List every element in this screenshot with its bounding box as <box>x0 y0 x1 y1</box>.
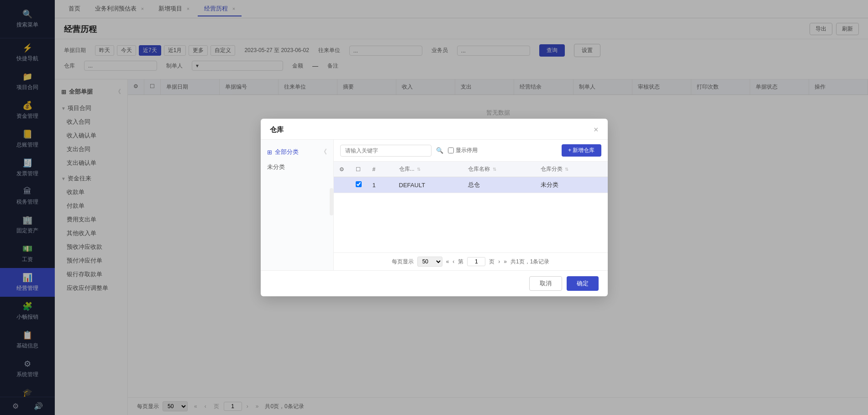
search-icon2[interactable]: 🔍 <box>436 147 443 154</box>
modal-page-first-btn[interactable]: « <box>446 258 449 265</box>
modal-toolbar: 🔍 显示停用 + 新增仓库 <box>334 140 608 162</box>
modal-page-size-select[interactable]: 50 100 <box>417 257 442 267</box>
left-scroll-area <box>261 174 333 266</box>
modal-table: ⚙ ☐ # 仓库... ⇅ 仓库名称 ⇅ <box>334 162 608 252</box>
row-code: DEFAULT <box>394 177 463 193</box>
grid-icon2: ⊞ <box>267 149 272 156</box>
modal-page-suffix: 页 <box>489 258 494 266</box>
sort-arrows-category: ⇅ <box>565 167 568 172</box>
category-header[interactable]: ⊞ 全部分类 《 <box>261 144 333 160</box>
modal-header: 仓库 × <box>261 119 608 140</box>
modal-body: ⊞ 全部分类 《 未分类 🔍 <box>261 140 608 270</box>
row-settings[interactable] <box>334 177 350 193</box>
table-row[interactable]: 1 DEFAULT 总仓 未分类 <box>334 177 608 193</box>
confirm-button[interactable]: 确定 <box>567 276 599 291</box>
modal-page-prev-btn[interactable]: ‹ <box>452 258 454 265</box>
modal-right-panel: 🔍 显示停用 + 新增仓库 ⚙ ☐ # <box>334 140 608 270</box>
row-num: 1 <box>367 177 394 193</box>
cancel-button[interactable]: 取消 <box>529 276 562 291</box>
modal-th-settings[interactable]: ⚙ <box>334 162 350 177</box>
modal-table-header-row: ⚙ ☐ # 仓库... ⇅ 仓库名称 ⇅ <box>334 162 608 177</box>
show-disabled-checkbox[interactable] <box>448 147 454 153</box>
sort-arrows-name: ⇅ <box>493 167 496 172</box>
modal-page-last-btn[interactable]: » <box>504 258 507 265</box>
collapse-left-btn[interactable]: 《 <box>321 148 327 156</box>
modal-page-next-btn[interactable]: › <box>498 258 500 265</box>
modal-pagination: 每页显示 50 100 « ‹ 第 页 › » 共1页，1条记录 <box>334 252 608 270</box>
modal-page-label: 第 <box>458 258 463 266</box>
modal-th-num: # <box>367 162 394 177</box>
warehouse-modal: 仓库 × ⊞ 全部分类 《 未分类 <box>261 119 608 296</box>
row-checkbox[interactable] <box>350 177 367 193</box>
modal-th-code: 仓库... ⇅ <box>394 162 463 177</box>
modal-footer: 取消 确定 <box>261 270 608 296</box>
warehouse-search-input[interactable] <box>340 145 431 157</box>
left-scrollbar[interactable] <box>330 188 333 215</box>
modal-total-info: 共1页，1条记录 <box>510 258 549 266</box>
modal-page-size-label: 每页显示 <box>392 258 414 266</box>
modal-th-checkbox[interactable]: ☐ <box>350 162 367 177</box>
modal-close-button[interactable]: × <box>594 125 599 135</box>
row-checkbox-input[interactable] <box>356 181 362 187</box>
category-item-unclassified[interactable]: 未分类 <box>261 160 333 174</box>
sort-arrows-code: ⇅ <box>417 167 421 172</box>
row-name: 总仓 <box>463 177 535 193</box>
modal-title: 仓库 <box>270 126 284 134</box>
show-disabled-checkbox-label[interactable]: 显示停用 <box>448 147 478 154</box>
modal-overlay: 仓库 × ⊞ 全部分类 《 未分类 <box>0 0 868 415</box>
modal-th-category: 仓库分类 ⇅ <box>535 162 608 177</box>
modal-page-input[interactable] <box>467 257 485 266</box>
add-warehouse-button[interactable]: + 新增仓库 <box>562 144 601 157</box>
modal-left-panel: ⊞ 全部分类 《 未分类 <box>261 140 334 270</box>
modal-th-name: 仓库名称 ⇅ <box>463 162 535 177</box>
row-category: 未分类 <box>535 177 608 193</box>
